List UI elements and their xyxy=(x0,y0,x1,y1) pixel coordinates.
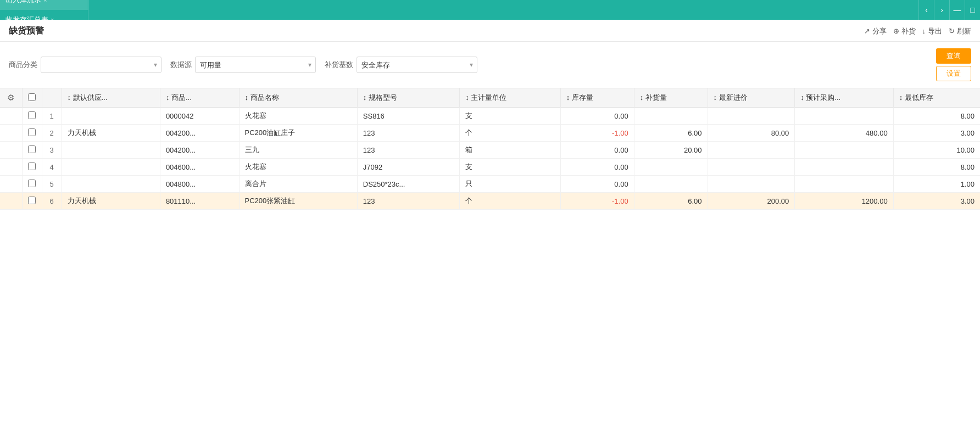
category-select[interactable] xyxy=(41,57,162,73)
refresh-action[interactable]: ↻ 刷新 xyxy=(949,26,971,36)
row-estimated-1: 480.00 xyxy=(795,125,893,142)
col-supplier-header[interactable]: ↕ 默认供应... xyxy=(62,88,160,108)
row-checkbox-4[interactable] xyxy=(28,180,36,187)
row-checkbox-cell-3 xyxy=(22,159,42,176)
row-checkbox-5[interactable] xyxy=(28,197,36,204)
table-row: 4004600...火花塞J7092支0.008.00 xyxy=(0,159,980,176)
row-gear-cell-1 xyxy=(0,125,22,142)
data-table: ⚙ ↕ 默认供应... ↕ 商品... ↕ 商品名称 xyxy=(0,88,980,210)
row-estimated-0 xyxy=(795,108,893,125)
replenish-action[interactable]: ⊕ 补货 xyxy=(893,26,916,36)
table-row: 6力天机械801110...PC200张紧油缸123个-1.006.00200.… xyxy=(0,193,980,210)
col-price-header[interactable]: ↕ 最新进价 xyxy=(708,88,795,108)
row-price-2 xyxy=(708,142,795,159)
replenish-filter-group: 补货基数 安全库存 xyxy=(325,57,477,73)
share-action[interactable]: ↗ 分享 xyxy=(864,26,887,36)
row-price-3 xyxy=(708,159,795,176)
category-select-wrapper xyxy=(41,57,162,73)
page-title: 缺货预警 xyxy=(9,25,44,37)
row-estimated-3 xyxy=(795,159,893,176)
col-name-header[interactable]: ↕ 商品名称 xyxy=(239,88,357,108)
row-supplier-5: 力天机械 xyxy=(62,193,160,210)
row-code-2: 004200... xyxy=(160,142,239,159)
col-estimated-header[interactable]: ↕ 预计采购... xyxy=(795,88,893,108)
next-tab-button[interactable]: › xyxy=(934,0,949,20)
row-unit-0: 支 xyxy=(460,108,561,125)
replenish-icon: ⊕ xyxy=(893,27,899,35)
row-replenish-1: 6.00 xyxy=(634,125,708,142)
topbar-tab-6[interactable]: 收发存汇总表 × xyxy=(0,10,88,20)
row-price-5: 200.00 xyxy=(708,193,795,210)
col-unit-label: ↕ 主计量单位 xyxy=(465,93,506,102)
page-header: 缺货预警 ↗ 分享 ⊕ 补货 ↓ 导出 ↻ 刷新 xyxy=(0,20,980,42)
maximize-button[interactable]: □ xyxy=(965,0,980,20)
row-replenish-0 xyxy=(634,108,708,125)
col-stock-header[interactable]: ↕ 库存量 xyxy=(560,88,634,108)
col-replenish-header[interactable]: ↕ 补货量 xyxy=(634,88,708,108)
col-replenish-label: ↕ 补货量 xyxy=(640,93,667,102)
topbar-tab-label-6: 收发存汇总表 xyxy=(5,15,48,20)
prev-tab-button[interactable]: ‹ xyxy=(918,0,934,20)
row-gear-cell-3 xyxy=(0,159,22,176)
row-name-2: 三九 xyxy=(239,142,357,159)
table-row: 3004200...三九123箱0.0020.0010.00 xyxy=(0,142,980,159)
page-actions: ↗ 分享 ⊕ 补货 ↓ 导出 ↻ 刷新 xyxy=(864,26,972,36)
table-row: 2力天机械004200...PC200油缸庄子123个-1.006.0080.0… xyxy=(0,125,980,142)
row-price-0 xyxy=(708,108,795,125)
row-minstock-0: 8.00 xyxy=(893,108,980,125)
row-spec-1: 123 xyxy=(357,125,459,142)
app-root: 首页拣货异常处理 ×现存量（库存状况表） ×现存量（库存分布表） ×库存批次账 … xyxy=(0,0,980,437)
filter-actions: 查询 设置 xyxy=(936,48,971,81)
row-estimated-5: 1200.00 xyxy=(795,193,893,210)
datasource-select[interactable]: 可用量 xyxy=(195,57,316,73)
replenish-label: 补货基数 xyxy=(325,60,353,70)
row-checkbox-2[interactable] xyxy=(28,145,36,153)
tab-close-icon-6[interactable]: × xyxy=(51,16,54,20)
topbar-tab-label-5: 出入库流水 xyxy=(5,0,41,5)
row-unit-5: 个 xyxy=(460,193,561,210)
row-checkbox-cell-2 xyxy=(22,142,42,159)
row-index-0: 1 xyxy=(42,108,62,125)
tab-close-icon-5[interactable]: × xyxy=(43,0,47,3)
export-action[interactable]: ↓ 导出 xyxy=(922,26,943,36)
minimize-button[interactable]: — xyxy=(949,0,965,20)
topbar-nav: ‹ › — □ xyxy=(918,0,980,20)
row-checkbox-cell-4 xyxy=(22,176,42,193)
row-supplier-1: 力天机械 xyxy=(62,125,160,142)
row-checkbox-3[interactable] xyxy=(28,163,36,170)
row-minstock-5: 3.00 xyxy=(893,193,980,210)
row-name-0: 火花塞 xyxy=(239,108,357,125)
row-minstock-4: 1.00 xyxy=(893,176,980,193)
table-container: ⚙ ↕ 默认供应... ↕ 商品... ↕ 商品名称 xyxy=(0,88,980,437)
row-spec-3: J7092 xyxy=(357,159,459,176)
col-estimated-label: ↕ 预计采购... xyxy=(800,93,840,102)
row-replenish-4 xyxy=(634,176,708,193)
col-spec-header[interactable]: ↕ 规格型号 xyxy=(357,88,459,108)
replenish-select-wrapper: 安全库存 xyxy=(357,57,477,73)
row-name-4: 离合片 xyxy=(239,176,357,193)
col-unit-header[interactable]: ↕ 主计量单位 xyxy=(460,88,561,108)
row-checkbox-1[interactable] xyxy=(28,128,36,136)
gear-settings-icon[interactable]: ⚙ xyxy=(7,93,14,103)
row-spec-0: SS816 xyxy=(357,108,459,125)
col-index-header xyxy=(42,88,62,108)
col-code-header[interactable]: ↕ 商品... xyxy=(160,88,239,108)
row-stock-3: 0.00 xyxy=(560,159,634,176)
replenish-label: 补货 xyxy=(901,26,916,36)
settings-button[interactable]: 设置 xyxy=(936,66,971,81)
table-header-row: ⚙ ↕ 默认供应... ↕ 商品... ↕ 商品名称 xyxy=(0,88,980,108)
replenish-select[interactable]: 安全库存 xyxy=(357,57,477,73)
col-gear-header: ⚙ xyxy=(0,88,22,108)
row-code-0: 0000042 xyxy=(160,108,239,125)
col-supplier-label: ↕ 默认供应... xyxy=(68,93,108,102)
row-replenish-3 xyxy=(634,159,708,176)
query-button[interactable]: 查询 xyxy=(936,48,971,64)
row-stock-5: -1.00 xyxy=(560,193,634,210)
row-checkbox-0[interactable] xyxy=(28,111,36,119)
col-minstock-header[interactable]: ↕ 最低库存 xyxy=(893,88,980,108)
refresh-icon: ↻ xyxy=(949,27,955,35)
topbar-tab-5[interactable]: 出入库流水 × xyxy=(0,0,88,10)
row-unit-2: 箱 xyxy=(460,142,561,159)
content-area: 缺货预警 ↗ 分享 ⊕ 补货 ↓ 导出 ↻ 刷新 xyxy=(0,20,980,437)
select-all-checkbox[interactable] xyxy=(28,93,36,101)
